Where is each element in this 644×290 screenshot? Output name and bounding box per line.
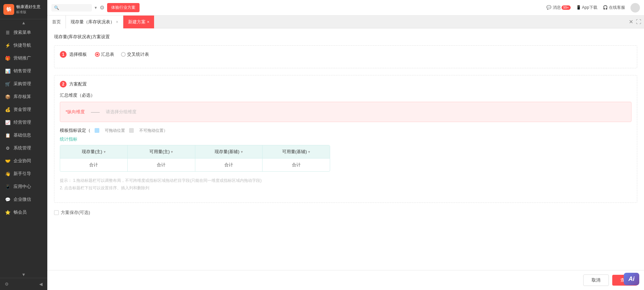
sidebar-item-label: 营销推广 [14, 55, 31, 61]
stats-col-2[interactable]: 可用量(主) ▾ [128, 145, 195, 158]
col1-caret-icon[interactable]: ▾ [104, 150, 106, 154]
tab-inventory-label: 现存量（库存状况表） [71, 19, 115, 25]
tab-home[interactable]: 首页 [47, 16, 66, 28]
section-choose-template: 1 选择模板 汇总表 交叉统计表 [54, 45, 637, 68]
content-inner: 现存量(库存状况表)方案设置 1 选择模板 汇总表 交叉统计表 [47, 28, 644, 270]
sidebar-item-collab[interactable]: 🤝 企业协同 [0, 154, 47, 167]
stats-col-1[interactable]: 现存量(主) ▾ [60, 145, 128, 158]
radio-summary-dot [95, 52, 100, 57]
stats-cell-1: 合计 [60, 159, 128, 171]
tab-home-label: 首页 [52, 19, 61, 25]
sidebar-item-finance[interactable]: 💰 资金管理 [0, 103, 47, 116]
col3-caret-icon[interactable]: ▾ [241, 150, 243, 154]
tab-new-plan[interactable]: 新建方案 × [123, 16, 154, 28]
tab-new-close[interactable]: × [147, 20, 149, 24]
industry-plan-button[interactable]: 体验行业方案 [107, 3, 140, 12]
messages-label[interactable]: 💬 消息99+ [546, 5, 570, 10]
sidebar-item-label: 新手引导 [14, 171, 31, 177]
topbar: 🔍 ▾ ⚙ 体验行业方案 💬 消息99+ 📱 App下载 🎧 在线客服 [47, 0, 644, 16]
section2-number: 2 [60, 81, 67, 88]
radio-cross-table[interactable]: 交叉统计表 [121, 51, 149, 57]
dimension-area[interactable]: *纵向维度 —— 请选择分组维度 [60, 102, 631, 122]
topbar-dropdown-icon[interactable]: ▾ [95, 5, 97, 10]
topbar-search-box[interactable]: 🔍 [51, 4, 92, 11]
stats-col-3[interactable]: 现存量(基辅) ▾ [195, 145, 263, 158]
sidebar-item-member[interactable]: ⭐ 畅会员 [0, 206, 47, 219]
stats-section-title: 统计指标 [60, 136, 631, 142]
sidebar-item-newbie[interactable]: 👋 新手引导 [0, 167, 47, 180]
stats-col-2-label: 可用量(主) [149, 149, 170, 155]
quicknav-icon: ⚡ [5, 42, 11, 48]
col4-caret-icon[interactable]: ▾ [308, 150, 310, 154]
draggable-badge [95, 128, 99, 133]
sidebar-collapse-icon[interactable]: ◀ [39, 282, 43, 287]
search-input[interactable] [60, 5, 88, 10]
tips-area: 提示： 1.拖动标题栏可以调整布局，不可跨维度或指标区域拖动栏目字段(只能在同一… [60, 177, 631, 192]
sidebar-item-label: 企业微信 [14, 196, 31, 202]
sidebar-item-basics[interactable]: 📋 基础信息 [0, 129, 47, 142]
search-icon: 🔍 [54, 5, 59, 10]
main-area: 🔍 ▾ ⚙ 体验行业方案 💬 消息99+ 📱 App下载 🎧 在线客服 首页 现… [47, 0, 644, 290]
cancel-button[interactable]: 取消 [583, 274, 609, 286]
sidebar-item-label: 企业协同 [14, 158, 31, 164]
tabs-right-actions: ✕ ⛶ [629, 19, 644, 25]
sidebar-settings-icon[interactable]: ⚙ [5, 282, 9, 287]
sidebar-item-quicknav[interactable]: ⚡ 快捷导航 [0, 39, 47, 52]
tab-inventory[interactable]: 现存量（库存状况表） × [66, 16, 123, 28]
sidebar-scroll-up[interactable]: ▲ [0, 19, 47, 26]
sidebar-nav: ☰ 搜索菜单 ⚡ 快捷导航 🎁 营销推广 📊 销售管理 🛒 采购管理 📦 库存核… [0, 26, 47, 271]
stats-col-4[interactable]: 可用量(基辅) ▾ [263, 145, 330, 158]
sidebar-item-marketing[interactable]: 🎁 营销推广 [0, 52, 47, 65]
sidebar-item-label: 快捷导航 [14, 42, 31, 48]
indicator-settings-label: 模板指标设定（ [60, 127, 91, 134]
not-draggable-badge [129, 128, 134, 133]
dim-separator: —— [91, 110, 100, 115]
section2-title: 方案配置 [69, 81, 87, 87]
radio-summary-table[interactable]: 汇总表 [95, 51, 114, 57]
radio-summary-label: 汇总表 [101, 51, 114, 57]
col2-caret-icon[interactable]: ▾ [171, 150, 173, 154]
section-plan-config: 2 方案配置 汇总维度（必选） *纵向维度 —— 请选择分组维度 模板指标设定（… [54, 75, 637, 203]
tab-close-icon[interactable]: ✕ [629, 19, 633, 25]
topbar-gear-icon[interactable]: ⚙ [100, 4, 104, 11]
sidebar-item-wechat[interactable]: 💬 企业微信 [0, 193, 47, 206]
online-support-link[interactable]: 🎧 在线客服 [603, 5, 625, 10]
app-version: 标准版 [16, 10, 41, 15]
stats-header-row: 现存量(主) ▾ 可用量(主) ▾ 现存量(基辅) ▾ 可用量(基辅) [60, 145, 330, 158]
sidebar-item-inventory[interactable]: 📦 库存核算 [0, 90, 47, 103]
page-title: 现存量(库存状况表)方案设置 [54, 34, 637, 40]
sidebar-item-label: 销售管理 [14, 68, 31, 74]
sidebar-item-operations[interactable]: 📈 经营管理 [0, 116, 47, 129]
section1-header: 1 选择模板 汇总表 交叉统计表 [60, 51, 631, 58]
sidebar-item-label: 库存核算 [14, 94, 31, 100]
sidebar-scroll-down[interactable]: ▼ [0, 271, 47, 278]
stats-col-3-label: 现存量(基辅) [215, 149, 240, 155]
ai-badge[interactable]: Ai [624, 273, 639, 285]
sidebar-item-search[interactable]: ☰ 搜索菜单 [0, 26, 47, 39]
basics-icon: 📋 [5, 132, 11, 138]
wechat-icon: 💬 [5, 196, 11, 202]
inventory-icon: 📦 [5, 94, 11, 100]
sidebar-item-label: 经营管理 [14, 119, 31, 125]
save-checkbox[interactable] [54, 210, 59, 215]
sidebar-item-label: 应用中心 [14, 184, 31, 190]
radio-cross-label: 交叉统计表 [127, 51, 149, 57]
stats-col-1-label: 现存量(主) [82, 149, 102, 155]
sidebar-item-system[interactable]: ⚙ 系统管理 [0, 142, 47, 154]
sidebar-logo: 畅 畅康通好生意 标准版 [0, 0, 47, 19]
appcenter-icon: 📱 [5, 184, 11, 190]
sidebar-item-sales[interactable]: 📊 销售管理 [0, 65, 47, 77]
tab-inventory-close[interactable]: × [116, 20, 118, 24]
summary-dim-label: 汇总维度（必选） [60, 92, 631, 98]
sales-icon: 📊 [5, 68, 11, 74]
topbar-right: 💬 消息99+ 📱 App下载 🎧 在线客服 [546, 3, 640, 13]
app-download-link[interactable]: 📱 App下载 [576, 5, 597, 10]
section1-title: 选择模板 [69, 51, 87, 57]
stats-cell-3: 合计 [195, 159, 263, 171]
tab-expand-icon[interactable]: ⛶ [636, 19, 641, 25]
sidebar-item-purchase[interactable]: 🛒 采购管理 [0, 77, 47, 90]
marketing-icon: 🎁 [5, 55, 11, 61]
user-avatar[interactable] [630, 3, 640, 13]
logo-icon: 畅 [3, 4, 14, 15]
sidebar-item-appcenter[interactable]: 📱 应用中心 [0, 180, 47, 193]
